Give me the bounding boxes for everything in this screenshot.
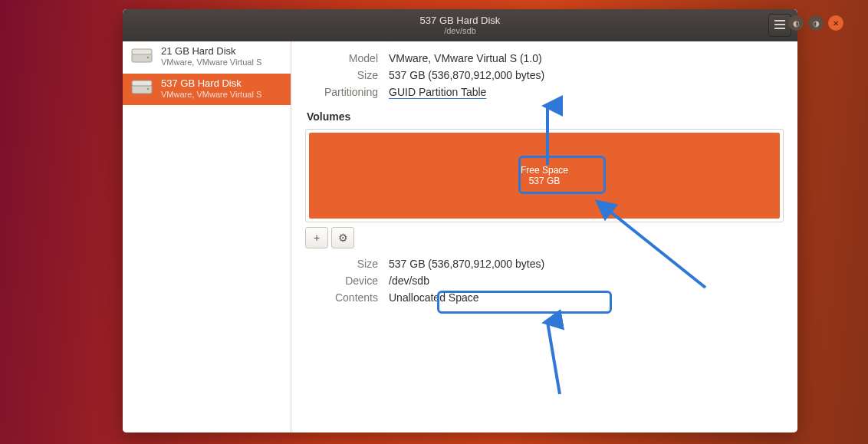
label-model: Model xyxy=(305,52,378,64)
plus-icon: + xyxy=(314,232,320,244)
annotation-arrow xyxy=(540,100,555,169)
value-vol-device: /dev/sdb xyxy=(389,275,784,287)
svg-point-2 xyxy=(147,56,150,58)
value-partitioning[interactable]: GUID Partition Table xyxy=(389,86,486,98)
svg-point-5 xyxy=(147,88,150,90)
annotation-arrow xyxy=(537,316,567,400)
drive-item-sub: VMware, VMware Virtual S xyxy=(161,90,261,100)
desktop-indicators: ◐ ◑ ✕ xyxy=(788,15,843,31)
value-vol-size: 537 GB (536,870,912,000 bytes) xyxy=(389,258,784,270)
value-vol-contents: Unallocated Space xyxy=(389,291,784,304)
drive-item-text: 537 GB Hard Disk VMware, VMware Virtual … xyxy=(161,78,261,100)
label-vol-contents: Contents xyxy=(305,291,378,304)
drive-item-title: 21 GB Hard Disk xyxy=(161,46,261,58)
window-close-button[interactable]: ✕ xyxy=(828,15,843,31)
disk-summary: Model VMware, VMware Virtual S (1.0) Siz… xyxy=(305,52,784,98)
svg-line-9 xyxy=(600,203,705,288)
gear-icon: ⚙ xyxy=(338,232,348,244)
window-title: 537 GB Hard Disk /dev/sdb xyxy=(420,15,501,35)
drive-item-0[interactable]: 21 GB Hard Disk VMware, VMware Virtual S xyxy=(123,41,291,74)
window-title-sub: /dev/sdb xyxy=(420,26,501,35)
titlebar: 537 GB Hard Disk /dev/sdb xyxy=(123,9,797,41)
drive-list: 21 GB Hard Disk VMware, VMware Virtual S… xyxy=(123,41,291,432)
label-vol-size: Size xyxy=(305,258,378,270)
label-size: Size xyxy=(305,69,378,81)
window-title-main: 537 GB Hard Disk xyxy=(420,15,501,26)
hdd-icon xyxy=(130,48,153,66)
hamburger-icon xyxy=(774,18,785,32)
value-size: 537 GB (536,870,912,000 bytes) xyxy=(389,69,784,81)
volume-settings-button[interactable]: ⚙ xyxy=(331,227,354,248)
indicator-icon[interactable]: ◑ xyxy=(808,15,824,31)
value-model: VMware, VMware Virtual S (1.0) xyxy=(389,52,784,64)
label-vol-device: Device xyxy=(305,275,378,287)
svg-rect-1 xyxy=(132,49,152,54)
drive-item-text: 21 GB Hard Disk VMware, VMware Virtual S xyxy=(161,46,261,67)
label-partitioning: Partitioning xyxy=(305,86,378,98)
drive-item-title: 537 GB Hard Disk xyxy=(161,78,261,90)
volume-block-line2: 537 GB xyxy=(521,176,568,186)
svg-rect-4 xyxy=(132,81,152,86)
add-partition-button[interactable]: + xyxy=(305,227,328,248)
hdd-icon xyxy=(130,79,153,97)
drive-item-sub: VMware, VMware Virtual S xyxy=(161,58,261,67)
indicator-icon[interactable]: ◐ xyxy=(788,15,804,31)
annotation-arrow xyxy=(590,196,713,295)
svg-line-11 xyxy=(547,322,560,394)
drive-item-1[interactable]: 537 GB Hard Disk VMware, VMware Virtual … xyxy=(123,74,291,106)
